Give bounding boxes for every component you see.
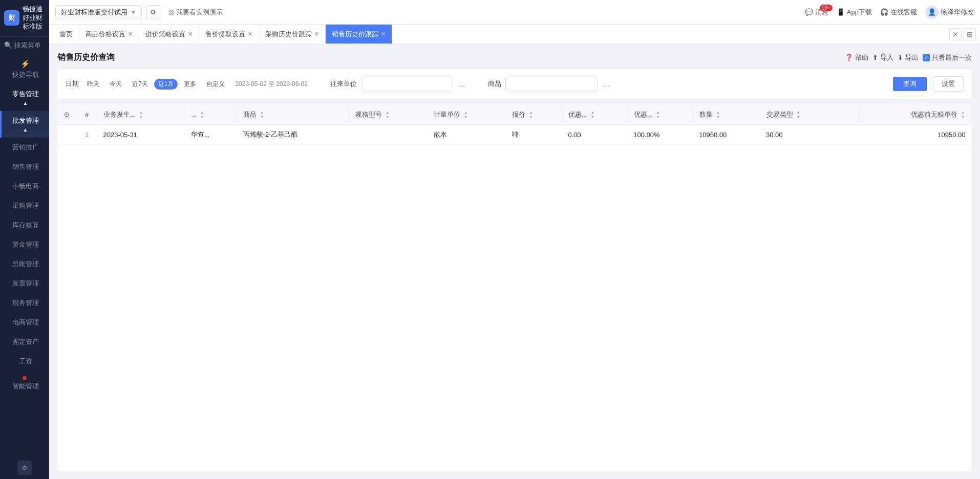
date-buttons: 昨天 今天 近7天 近1月 更多 自定义 [83,79,229,90]
tab-close-purchase-history[interactable]: ✕ [314,31,319,37]
sidebar-item-sales[interactable]: 销售管理 [0,157,49,177]
sort-quantity-icon[interactable]: ▲▼ [716,111,720,119]
customer-filter-label: 往来单位 [330,79,357,89]
tab-sales-history[interactable]: 销售历史价跟踪 ✕ [326,25,392,44]
sidebar-item-assets[interactable]: 固定资产 [0,332,49,352]
quick-nav-icon: ⚡ [20,59,30,69]
col-header-discount-rate[interactable]: 优惠... ▲▼ [562,105,628,125]
row-gear-cell [57,125,77,145]
customer-input[interactable] [361,77,453,91]
sort-unit-icon[interactable]: ▲▼ [464,111,468,119]
date-btn-more[interactable]: 更多 [180,79,200,90]
tab-home[interactable]: 首页 [53,25,79,44]
online-service-button[interactable]: 🎧 在线客服 [880,8,917,17]
filter-panel: 日期 昨天 今天 近7天 近1月 更多 自定义 2023-05-02 至 202… [57,69,972,99]
col-header-business-date[interactable]: 业务发生... ▲▼ [97,105,185,125]
row-spacer-cell [838,125,860,145]
sidebar-item-smart[interactable]: 智能管理 [0,371,49,396]
settings-button[interactable]: 设置 [933,76,964,92]
col-header-product[interactable]: 商品 ▲▼ [237,105,349,125]
col-header-unit[interactable]: 计量单位 ▲▼ [428,105,506,125]
sidebar-item-invoice[interactable]: 发票管理 [0,274,49,293]
sort-discount-price-icon[interactable]: ▲▼ [656,111,660,119]
sidebar-item-purchase[interactable]: 采购管理 [0,196,49,215]
tab-close-window-button[interactable]: ✕ [949,28,962,40]
sort-business-date-icon[interactable]: ▲▼ [139,111,143,119]
col-header-gear[interactable]: ⚙ [57,105,77,125]
demo-button[interactable]: ◎ 我要看实例演示 [168,8,223,17]
help-icon: ❓ [845,54,853,61]
tab-close-sale-price-extract[interactable]: ✕ [248,31,252,37]
product-input[interactable] [505,77,598,91]
product-filter-label: 商品 [488,79,501,89]
sidebar-settings-icon[interactable]: ⚙ [17,461,32,475]
sidebar-item-tax[interactable]: 税务管理 [0,293,49,313]
col-header-pretax-unit-price[interactable]: 优惠前无税单价 ▲▼ [860,105,972,125]
user-profile-button[interactable]: 👤 徐泽华修改 [925,6,974,19]
tabbar-actions: ✕ ⊞ [945,28,980,40]
table-gear-icon[interactable]: ⚙ [63,111,70,119]
tab-close-purchase-strategy[interactable]: ✕ [188,31,193,37]
sort-price-icon[interactable]: ▲▼ [529,111,533,119]
sort-transaction-type-icon[interactable]: ▲▼ [796,111,800,119]
messages-button[interactable]: 💬 消息 99+ [805,8,828,17]
date-btn-7days[interactable]: 近7天 [128,79,152,90]
sidebar-item-ecommerce-small[interactable]: 小畅电商 [0,177,49,196]
col-header-spacer [838,105,860,125]
only-last-checkbox[interactable]: ✓ 只看最后一次 [923,53,972,62]
col-header-spec[interactable]: 规格型号 ▲▼ [349,105,428,125]
app-download-button[interactable]: 📱 App下载 [837,8,872,17]
sort-pretax-unit-price-icon[interactable]: ▲▼ [961,111,965,119]
date-btn-custom[interactable]: 自定义 [202,79,229,90]
date-btn-1month[interactable]: 近1月 [154,79,178,90]
sort-discount-rate-icon[interactable]: ▲▼ [591,111,595,119]
retail-arrow-icon: ▲ [23,100,28,106]
checkbox-checked-icon: ✓ [923,54,930,61]
online-service-label: 在线客服 [890,8,917,17]
topbar: 好业财标准版交付试用 ▼ ⚙ ◎ 我要看实例演示 💬 消息 99+ 📱 App下… [49,0,980,25]
export-icon: ⬇ [898,54,903,61]
tab-sale-price-extract[interactable]: 售价提取设置 ✕ [199,25,259,44]
import-button[interactable]: ⬆ 导入 [872,53,893,62]
sidebar-item-funds[interactable]: 资金管理 [0,235,49,254]
sort-product-icon[interactable]: ▲▼ [260,111,264,119]
col-header-quantity[interactable]: 数量 ▲▼ [693,105,760,125]
sidebar-item-ecommerce[interactable]: 电商管理 [0,313,49,332]
col-header-discount-price[interactable]: 优惠... ▲▼ [627,105,693,125]
query-button[interactable]: 查询 [893,77,927,91]
date-btn-today[interactable]: 今天 [105,79,126,90]
tab-purchase-history[interactable]: 采购历史价跟踪 ✕ [259,25,326,44]
sidebar-item-wholesale[interactable]: 批发管理 ▲ [0,111,49,138]
row-discount-price-cell: 100.00% [627,125,693,145]
module-selector-chevron-icon: ▼ [131,9,136,15]
date-btn-yesterday[interactable]: 昨天 [83,79,103,90]
tab-close-product-price[interactable]: ✕ [128,31,133,37]
tab-product-price[interactable]: 商品价格设置 ✕ [79,25,139,44]
sidebar-search[interactable]: 🔍 搜索菜单 [0,37,49,54]
wholesale-arrow-icon: ▲ [23,127,28,133]
sidebar-item-marketing[interactable]: 营销推广 [0,138,49,157]
tab-expand-button[interactable]: ⊞ [964,28,976,40]
customer-search-dots[interactable]: … [458,80,465,88]
module-selector[interactable]: 好业财标准版交付试用 ▼ [55,5,142,19]
sidebar-item-quick-nav[interactable]: ⚡ 快捷导航 [0,54,49,84]
sidebar-item-retail[interactable]: 零售管理 ▲ [0,84,49,111]
module-settings-button[interactable]: ⚙ [146,5,160,19]
col-header-price[interactable]: 报价 ▲▼ [506,105,562,125]
product-search-dots[interactable]: … [603,80,610,88]
col-header-transaction-type[interactable]: 交易类型 ▲▼ [760,105,838,125]
sidebar: 财 畅捷通好业财 标准版 🔍 搜索菜单 ⚡ 快捷导航 零售管理 ▲ 批发管理 ▲… [0,0,49,479]
col-header-no: # [77,105,97,125]
export-button[interactable]: ⬇ 导出 [898,53,919,62]
sidebar-item-ledger[interactable]: 总账管理 [0,254,49,274]
help-button[interactable]: ❓ 帮助 [845,53,868,62]
sidebar-item-payroll[interactable]: 工资 [0,352,49,371]
sort-dots1-icon[interactable]: ▲▼ [200,111,204,119]
message-icon: 💬 [805,8,813,16]
app-name-text: 畅捷通好业财 标准版 [23,5,45,31]
tab-purchase-strategy[interactable]: 进价策略设置 ✕ [139,25,199,44]
col-header-dots1[interactable]: ... ▲▼ [185,105,237,125]
sort-spec-icon[interactable]: ▲▼ [386,111,390,119]
sidebar-item-inventory[interactable]: 库存核算 [0,215,49,235]
tab-close-sales-history[interactable]: ✕ [381,31,386,37]
